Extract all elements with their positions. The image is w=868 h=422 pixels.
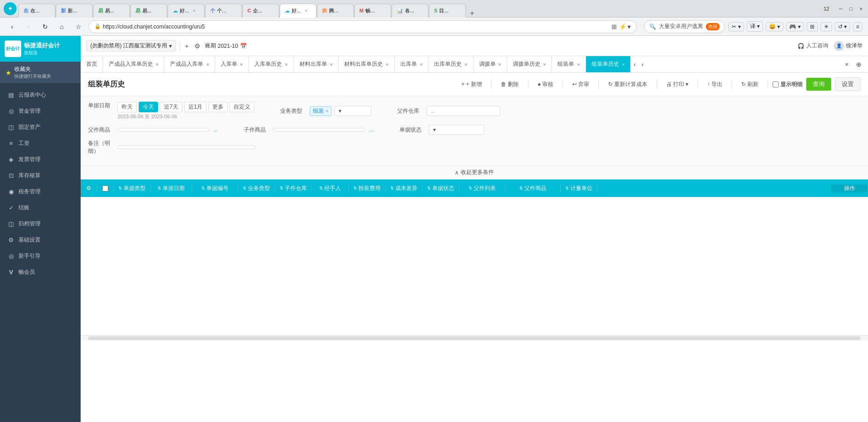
emoji-action[interactable]: 😀 ▾ bbox=[766, 22, 783, 31]
menu-action[interactable]: ≡ bbox=[853, 22, 862, 31]
qr-icon[interactable]: ⊞ bbox=[611, 23, 617, 30]
tab-pin[interactable]: ⊕ bbox=[853, 60, 864, 69]
page-tab-transfer-history[interactable]: 调拨单历史 × bbox=[507, 56, 552, 73]
date-btn-custom[interactable]: 自定义 bbox=[229, 102, 254, 112]
th-unit[interactable]: ⇅ 计量单位 bbox=[561, 185, 598, 192]
abandon-button[interactable]: ↩ 弃审 bbox=[568, 78, 594, 91]
audit-button[interactable]: ● 审核 bbox=[533, 78, 558, 91]
th-warehouse[interactable]: ⇅ 子件仓库 bbox=[275, 185, 312, 192]
th-type[interactable]: ⇅ 单据类型 bbox=[114, 185, 151, 192]
child-goods-input[interactable] bbox=[273, 128, 365, 132]
refresh-button[interactable]: ↻ 刷新 bbox=[737, 78, 763, 91]
page-tab-material-out-history[interactable]: 材料出库单历史 × bbox=[339, 56, 394, 73]
th-handler[interactable]: ⇅ 经手人 bbox=[312, 185, 349, 192]
th-no[interactable]: ⇅ 单据编号 bbox=[192, 185, 238, 192]
material-out-history-close[interactable]: × bbox=[386, 62, 388, 67]
transfer-history-close[interactable]: × bbox=[543, 62, 546, 67]
translate-action[interactable]: 译 ▾ bbox=[747, 21, 763, 32]
biz-type-tag-close[interactable]: × bbox=[325, 108, 328, 114]
th-date[interactable]: ⇅ 单据日期 bbox=[151, 185, 192, 192]
page-tab-outbound-history[interactable]: 出库单历史 × bbox=[428, 56, 473, 73]
page-tab-inbound[interactable]: 入库单 × bbox=[215, 56, 249, 73]
back-button[interactable]: ‹ bbox=[6, 20, 18, 33]
page-tab-finished[interactable]: 产成品入库单 × bbox=[164, 56, 215, 73]
sidebar-item-funds[interactable]: ◎ 资金管理 bbox=[0, 103, 81, 119]
browser-tab-7[interactable]: C 企... bbox=[242, 4, 279, 17]
export-button[interactable]: ↑ 导出 bbox=[703, 78, 727, 91]
page-tab-home[interactable]: 首页 bbox=[81, 56, 103, 73]
browser-tab-3[interactable]: 易 易... bbox=[93, 4, 130, 17]
page-tab-assembly[interactable]: 组装单 × bbox=[552, 56, 586, 73]
sidebar-item-inventory[interactable]: ⊡ 库存核算 bbox=[0, 168, 81, 184]
sidebar-item-invoice[interactable]: ◈ 发票管理 bbox=[0, 151, 81, 168]
company-selector[interactable]: (勿删勿禁用) 江西服宝测试专用 ▾ bbox=[86, 40, 176, 52]
assembly-close[interactable]: × bbox=[577, 62, 580, 67]
reload-button[interactable]: ↻ bbox=[39, 20, 52, 33]
page-tab-material-out[interactable]: 材料出库单 × bbox=[294, 56, 339, 73]
browser-tab-5[interactable]: ☁ 好... × bbox=[168, 4, 205, 17]
browser-tab-2[interactable]: 新 新... bbox=[56, 4, 93, 17]
sidebar-item-archive[interactable]: ◫ 归档管理 bbox=[0, 216, 81, 232]
browser-tab-11[interactable]: 📊 各... bbox=[392, 4, 428, 17]
parent-goods-more[interactable]: ... bbox=[213, 127, 218, 133]
date-btn-1month[interactable]: 近1月 bbox=[184, 102, 207, 112]
page-tab-transfer[interactable]: 调拨单 × bbox=[474, 56, 507, 73]
browser-tab-4[interactable]: 易 易... bbox=[130, 4, 167, 17]
address-bar[interactable]: 🔒 https://cloud.chanjet.com/accounting/u… bbox=[88, 20, 637, 33]
sidebar-item-reports[interactable]: ▤ 云报表中心 bbox=[0, 87, 81, 103]
search-bar[interactable]: 🔍 大量安卓用户逃离 热搜 bbox=[644, 20, 725, 33]
sidebar-favorites[interactable]: ★ 收藏夹 快捷键打开收藏夹 bbox=[0, 62, 81, 83]
th-biztype[interactable]: ⇅ 业务类型 bbox=[238, 185, 275, 192]
page-tab-outbound[interactable]: 出库单 × bbox=[395, 56, 428, 73]
parent-warehouse-input[interactable]: ... bbox=[427, 106, 500, 116]
assembly-history-close[interactable]: × bbox=[622, 62, 625, 67]
close-button[interactable]: × bbox=[858, 6, 864, 12]
dropdown-icon[interactable]: ▾ bbox=[628, 23, 631, 30]
sidebar-item-guide[interactable]: ◎ 新手引导 bbox=[0, 248, 81, 264]
show-detail-checkbox[interactable] bbox=[773, 81, 779, 87]
delete-button[interactable]: 🗑 删除 bbox=[496, 78, 523, 91]
service-button[interactable]: 🎧 人工咨询 bbox=[798, 42, 828, 50]
bookmark-button[interactable]: ☆ bbox=[72, 20, 85, 33]
outbound-history-close[interactable]: × bbox=[464, 62, 467, 67]
browser-tab-6[interactable]: 个 个... bbox=[205, 4, 242, 17]
th-status[interactable]: ⇅ 单据状态 bbox=[422, 185, 459, 192]
select-all-checkbox[interactable] bbox=[102, 185, 108, 191]
history-action[interactable]: ↺ ▾ bbox=[835, 22, 850, 31]
new-tab-button[interactable]: + bbox=[466, 9, 478, 17]
sidebar-item-settings[interactable]: ⚙ 基础设置 bbox=[0, 232, 81, 248]
settings-button[interactable]: 设置 bbox=[835, 77, 861, 91]
outbound-close[interactable]: × bbox=[420, 62, 422, 67]
browser-tab-12[interactable]: S 目... bbox=[429, 4, 466, 17]
sidebar-item-member[interactable]: V 畅会员 bbox=[0, 264, 81, 280]
scissors-action[interactable]: ✂ ▾ bbox=[728, 22, 744, 31]
user-info[interactable]: 👤 徐泽华 bbox=[834, 41, 862, 51]
page-tab-inbound-history[interactable]: 入库单历史 × bbox=[249, 56, 293, 73]
th-parent-list[interactable]: ⇅ 父件列表 bbox=[459, 185, 505, 192]
browser-tab-10[interactable]: M 畅... bbox=[354, 4, 391, 17]
th-gear[interactable]: ⚙ bbox=[81, 185, 97, 191]
gear-header-icon[interactable]: ⚙ bbox=[194, 41, 201, 51]
grid-action[interactable]: ⊞ bbox=[807, 22, 818, 31]
note-input[interactable] bbox=[117, 145, 256, 149]
date-btn-yesterday[interactable]: 昨天 bbox=[117, 102, 137, 112]
inbound-close[interactable]: × bbox=[240, 62, 243, 67]
minimize-button[interactable]: ─ bbox=[838, 6, 844, 12]
scrollbar-track[interactable] bbox=[88, 336, 861, 340]
browser-tab-8[interactable]: ☁ 好... × bbox=[280, 4, 317, 17]
th-costdiff[interactable]: ⇅ 成本差异 bbox=[386, 185, 422, 192]
tab-close-8[interactable]: × bbox=[305, 8, 307, 13]
tab-close-5[interactable]: × bbox=[193, 8, 195, 13]
sidebar-item-salary[interactable]: ≡ 工资 bbox=[0, 135, 81, 151]
transfer-close[interactable]: × bbox=[499, 62, 501, 67]
order-status-select[interactable]: ▾ bbox=[429, 125, 484, 135]
tab-nav-next[interactable]: › bbox=[639, 61, 646, 68]
home-button[interactable]: ⌂ bbox=[55, 20, 68, 33]
child-goods-more[interactable]: ... bbox=[369, 127, 374, 133]
sidebar-item-fixed-assets[interactable]: ◫ 固定资产 bbox=[0, 119, 81, 135]
add-icon[interactable]: + bbox=[184, 41, 189, 51]
browser-tab-1[interactable]: 在 在... bbox=[18, 4, 55, 17]
theme-action[interactable]: ☀ bbox=[821, 22, 832, 31]
bolt-icon[interactable]: ⚡ bbox=[619, 23, 627, 30]
th-checkbox[interactable] bbox=[97, 185, 114, 191]
